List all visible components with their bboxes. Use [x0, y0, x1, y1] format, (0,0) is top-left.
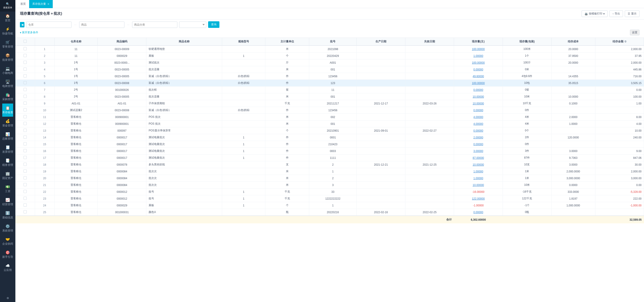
expand-conditions[interactable]: ▾ 展开更多条件 [20, 30, 38, 35]
row-checkbox[interactable] [16, 59, 35, 66]
row-qty-main[interactable]: 4.00000 [454, 120, 502, 127]
sidebar-item-asset[interactable]: 💰资金管理 [2, 117, 13, 130]
tab-home[interactable]: 首页 [17, 0, 29, 8]
sidebar-item-wholesale[interactable]: 📦批发管理 [2, 51, 13, 64]
tab-inventory-batch[interactable]: 库存批次量✕ [29, 0, 53, 8]
col-qty-stock[interactable]: 现存量(包装) [502, 38, 551, 46]
product-filter[interactable] [79, 22, 124, 28]
sidebar-item-invoice[interactable]: 🧾发票管理 [2, 143, 13, 156]
row-qty-main[interactable]: 0.00000 [454, 209, 502, 216]
row-checkbox[interactable] [16, 80, 35, 87]
col-name[interactable]: 商品名称 [146, 38, 222, 46]
col-warehouse[interactable]: 仓库名称 [54, 38, 98, 46]
row-qty-main[interactable]: 0.00000 [454, 66, 502, 73]
row-checkbox[interactable] [16, 202, 35, 209]
row-checkbox[interactable] [16, 73, 35, 80]
row-qty-main[interactable]: 0.00000 [454, 87, 502, 93]
sidebar-item-tax[interactable]: 📑税务管理 [2, 156, 13, 169]
row-checkbox[interactable] [16, 175, 35, 182]
row-qty-main[interactable]: 1.00000 [454, 168, 502, 175]
sidebar-item-inventory[interactable]: 📋库存核查 [2, 103, 13, 117]
row-qty-main[interactable]: 4.00000 [454, 114, 502, 120]
sidebar-item-collab[interactable]: 🤝企业协同 [2, 235, 13, 248]
sidebar-item-system[interactable]: ⚙️系统管理 [2, 222, 13, 235]
row-qty-main[interactable]: 10.00000 [454, 182, 502, 189]
sidebar-item-payroll[interactable]: 💵工资 [2, 182, 13, 196]
row-qty-main[interactable]: 1.00000 [454, 53, 502, 59]
row-checkbox[interactable] [16, 182, 35, 189]
row-checkbox[interactable] [16, 46, 35, 53]
row-checkbox[interactable] [16, 155, 35, 161]
row-checkbox[interactable] [16, 100, 35, 107]
sidebar-item-basic[interactable]: ℹ️基础信息 [2, 209, 13, 222]
col-unit[interactable]: 主计量单位 [265, 38, 309, 46]
sidebar-item-ops[interactable]: 📈经营管理 [2, 196, 13, 209]
row-qty-main[interactable]: 0.00000 [454, 141, 502, 148]
display-button[interactable]: ☰ 显示 [625, 11, 640, 17]
row-qty-main[interactable]: 0.00000 [454, 127, 502, 134]
search-button[interactable]: 查询 [208, 21, 220, 28]
row-checkbox[interactable] [16, 127, 35, 134]
export-button[interactable]: ↑ 导出 [610, 11, 623, 17]
row-qty-main[interactable]: 10.00000 [454, 93, 502, 100]
row-checkbox[interactable] [16, 209, 35, 216]
col-qty-main[interactable]: 现存量(主) [454, 38, 502, 46]
row-checkbox[interactable] [16, 53, 35, 59]
col-code[interactable]: 商品编码 [98, 38, 146, 46]
row-qty-main[interactable]: 2.00000 [454, 134, 502, 141]
col-exp-date[interactable]: 失效日期 [405, 38, 454, 46]
row-qty-main[interactable]: -16.00000 [454, 189, 502, 195]
settings-button[interactable]: 设置 [630, 30, 640, 35]
col-cost[interactable]: 结存成本 [551, 38, 595, 46]
row-checkbox[interactable] [16, 114, 35, 120]
sidebar-item-ecom[interactable]: 🖥️电商管理 [2, 77, 13, 90]
sidebar-item-retail[interactable]: 🛒零售管理 [2, 38, 13, 51]
sidebar-item-summary[interactable]: 📊总账管理 [2, 130, 13, 143]
row-checkbox[interactable] [16, 120, 35, 127]
amount-info-icon[interactable]: ① [624, 40, 626, 43]
row-qty-main[interactable]: 100.00000 [454, 59, 502, 66]
sidebar-search[interactable]: 🔍 搜索菜单 [0, 0, 16, 12]
sidebar-item-cloud[interactable]: ☁️云应用 [2, 261, 13, 274]
print-button[interactable]: 🖨️ 按模板打印 ▾ [582, 11, 608, 17]
sidebar-item-quick-nav[interactable]: ⚡快捷导航 [2, 25, 13, 38]
row-qty-main[interactable]: 122.00000 [454, 195, 502, 202]
row-qty-main[interactable]: 3.00000 [454, 148, 502, 155]
category-filter[interactable] [132, 22, 177, 28]
row-checkbox[interactable] [16, 161, 35, 168]
row-checkbox[interactable] [16, 168, 35, 175]
row-qty-main[interactable]: -1.00000 [454, 202, 502, 209]
select-all-checkbox[interactable] [24, 40, 27, 43]
row-qty-main[interactable]: 1.00000 [454, 175, 502, 182]
sidebar-item-fixed-asset[interactable]: 🏢固定资产 [2, 169, 13, 182]
row-qty-main[interactable]: 100.00000 [454, 80, 502, 87]
row-checkbox[interactable] [16, 66, 35, 73]
col-prod-date[interactable]: 生产日期 [356, 38, 405, 46]
row-checkbox[interactable] [16, 141, 35, 148]
row-checkbox[interactable] [16, 148, 35, 155]
sidebar-item-new-guide[interactable]: 🎯新手引导 [2, 248, 13, 261]
row-checkbox[interactable] [16, 134, 35, 141]
col-spec[interactable]: 规格型号 [222, 38, 265, 46]
sidebar-item-ecom-small[interactable]: 💻小额电商 [2, 64, 13, 77]
sidebar-item-purchase[interactable]: 🛍️采购管理 [2, 90, 13, 103]
row-checkbox[interactable] [16, 107, 35, 114]
row-checkbox[interactable] [16, 93, 35, 100]
row-qty-main[interactable]: 87.00000 [454, 155, 502, 161]
row-checkbox[interactable] [16, 189, 35, 195]
sidebar-settings[interactable]: ⚙ [0, 294, 16, 302]
row-qty-main[interactable]: 10.00000 [454, 100, 502, 107]
row-checkbox[interactable] [16, 87, 35, 93]
collapse-button[interactable]: ◀ [20, 22, 24, 27]
row-qty-main[interactable]: 100.00000 [454, 46, 502, 53]
sidebar-item-home[interactable]: 🏠首页 [2, 12, 13, 25]
row-qty-main[interactable]: 49.60000 [454, 73, 502, 80]
row-checkbox[interactable] [16, 195, 35, 202]
col-amount[interactable]: 结存金额 ① [595, 38, 644, 46]
tab-close-inventory-batch[interactable]: ✕ [47, 3, 50, 6]
category-select[interactable] [179, 22, 206, 28]
warehouse-filter[interactable] [26, 22, 72, 28]
row-qty-main[interactable]: 0.00000 [454, 107, 502, 114]
row-qty-main[interactable]: 10.00000 [454, 161, 502, 168]
col-batch[interactable]: 批号 [309, 38, 357, 46]
